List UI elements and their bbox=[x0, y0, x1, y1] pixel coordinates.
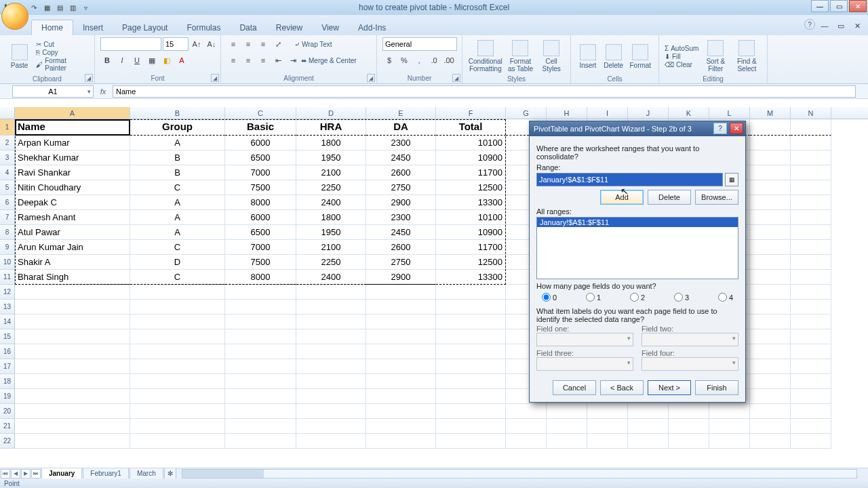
cell[interactable] bbox=[130, 329, 225, 344]
cell[interactable] bbox=[791, 195, 831, 210]
cell[interactable]: A bbox=[130, 195, 225, 210]
row-header[interactable]: 19 bbox=[0, 389, 15, 404]
cell[interactable]: 8000 bbox=[225, 270, 296, 285]
row-header[interactable]: 10 bbox=[0, 255, 15, 270]
cell[interactable] bbox=[436, 359, 506, 374]
cell[interactable]: 2450 bbox=[366, 225, 436, 240]
tab-addins[interactable]: Add-Ins bbox=[349, 20, 395, 35]
field1-combo[interactable] bbox=[536, 333, 633, 346]
cell[interactable] bbox=[791, 210, 831, 225]
delete-cells-button[interactable]: Delete bbox=[602, 37, 625, 75]
cell[interactable] bbox=[750, 419, 791, 434]
grow-font-icon[interactable]: A↑ bbox=[190, 37, 203, 51]
autosum-button[interactable]: Σ AutoSum bbox=[665, 45, 698, 52]
number-format-select[interactable] bbox=[382, 37, 457, 51]
redo-icon[interactable]: ↷ bbox=[28, 2, 39, 13]
cell[interactable] bbox=[436, 314, 506, 329]
cell[interactable] bbox=[506, 419, 547, 434]
cell[interactable] bbox=[130, 374, 225, 389]
cell[interactable]: Total bbox=[436, 119, 506, 136]
name-box[interactable]: A1 bbox=[12, 85, 94, 98]
cell[interactable]: Ramesh Anant bbox=[15, 210, 130, 225]
cell[interactable] bbox=[296, 359, 366, 374]
cell[interactable] bbox=[436, 374, 506, 389]
range-select-icon[interactable]: ▦ bbox=[725, 173, 738, 186]
minimize-button[interactable]: — bbox=[811, 0, 829, 12]
office-button[interactable] bbox=[1, 3, 28, 30]
field4-combo[interactable] bbox=[642, 357, 738, 371]
new-sheet-button[interactable]: ✻ bbox=[164, 468, 176, 479]
cell[interactable] bbox=[130, 404, 225, 419]
cell[interactable] bbox=[296, 434, 366, 449]
cell[interactable] bbox=[225, 374, 296, 389]
cell[interactable]: B bbox=[130, 165, 225, 180]
cell[interactable] bbox=[750, 404, 791, 419]
delete-button[interactable]: Delete bbox=[648, 190, 691, 205]
clear-button[interactable]: ⌫ Clear bbox=[665, 61, 698, 68]
cell[interactable]: 2600 bbox=[366, 240, 436, 255]
cell[interactable] bbox=[366, 419, 436, 434]
cell[interactable] bbox=[130, 285, 225, 300]
row-header[interactable]: 9 bbox=[0, 240, 15, 255]
nav-next-icon[interactable]: ▶ bbox=[21, 469, 31, 479]
dec-decimal-icon[interactable]: .00 bbox=[442, 54, 456, 67]
cell[interactable] bbox=[547, 404, 587, 419]
cell[interactable]: 10100 bbox=[436, 210, 506, 225]
cell[interactable]: DA bbox=[366, 119, 436, 136]
cell[interactable] bbox=[296, 314, 366, 329]
cell[interactable] bbox=[791, 389, 831, 404]
cell[interactable] bbox=[750, 270, 791, 285]
cell[interactable] bbox=[436, 329, 506, 344]
cell[interactable] bbox=[750, 344, 791, 359]
copy-button[interactable]: ⎘ Copy bbox=[36, 49, 89, 56]
col-header[interactable]: B bbox=[130, 107, 225, 119]
cell[interactable] bbox=[296, 389, 366, 404]
cell[interactable] bbox=[225, 359, 296, 374]
cell[interactable] bbox=[791, 255, 831, 270]
cell[interactable]: A bbox=[130, 136, 225, 150]
tab-review[interactable]: Review bbox=[267, 20, 312, 35]
cell[interactable] bbox=[587, 419, 628, 434]
cell[interactable] bbox=[15, 344, 130, 359]
cell[interactable]: Shekhar Kumar bbox=[15, 150, 130, 165]
cell[interactable] bbox=[791, 300, 831, 314]
cell[interactable] bbox=[15, 389, 130, 404]
tab-page-layout[interactable]: Page Layout bbox=[113, 20, 177, 35]
cell[interactable] bbox=[791, 419, 831, 434]
cell[interactable] bbox=[750, 329, 791, 344]
cell[interactable] bbox=[15, 374, 130, 389]
dialog-title-bar[interactable]: PivotTable and PivotChart Wizard - Step … bbox=[530, 121, 745, 136]
cell[interactable] bbox=[15, 434, 130, 449]
tab-view[interactable]: View bbox=[312, 20, 349, 35]
shrink-font-icon[interactable]: A↓ bbox=[205, 37, 218, 51]
cell[interactable]: 2250 bbox=[296, 180, 366, 195]
tab-insert[interactable]: Insert bbox=[73, 20, 113, 35]
fill-button[interactable]: ⬇ Fill bbox=[665, 53, 698, 60]
dialog-close-button[interactable]: ✕ bbox=[730, 123, 743, 134]
cell[interactable]: Name bbox=[15, 119, 130, 136]
cell[interactable] bbox=[750, 359, 791, 374]
cell[interactable]: 7500 bbox=[225, 255, 296, 270]
cell[interactable] bbox=[130, 314, 225, 329]
cell[interactable] bbox=[547, 419, 587, 434]
row-header[interactable]: 18 bbox=[0, 374, 15, 389]
cell[interactable]: C bbox=[130, 240, 225, 255]
row-header[interactable]: 8 bbox=[0, 225, 15, 240]
cell[interactable] bbox=[791, 225, 831, 240]
row-header[interactable]: 2 bbox=[0, 136, 15, 150]
cell[interactable] bbox=[15, 314, 130, 329]
radio-4[interactable]: 4 bbox=[718, 293, 733, 302]
fill-color-button[interactable]: ◧ bbox=[160, 54, 174, 67]
row-header[interactable]: 12 bbox=[0, 285, 15, 300]
alignment-launcher[interactable]: ◢ bbox=[367, 74, 375, 82]
format-cells-button[interactable]: Format bbox=[628, 37, 653, 75]
cell[interactable] bbox=[750, 314, 791, 329]
cell[interactable] bbox=[225, 285, 296, 300]
cell[interactable] bbox=[436, 389, 506, 404]
align-left-icon[interactable]: ≡ bbox=[226, 54, 240, 67]
cell[interactable]: 10900 bbox=[436, 225, 506, 240]
radio-0[interactable]: 0 bbox=[542, 293, 557, 302]
sheet-tab[interactable]: January bbox=[41, 468, 82, 479]
all-ranges-list[interactable]: January!$A$1:$F$11 bbox=[536, 217, 738, 279]
font-color-button[interactable]: A bbox=[175, 54, 189, 67]
